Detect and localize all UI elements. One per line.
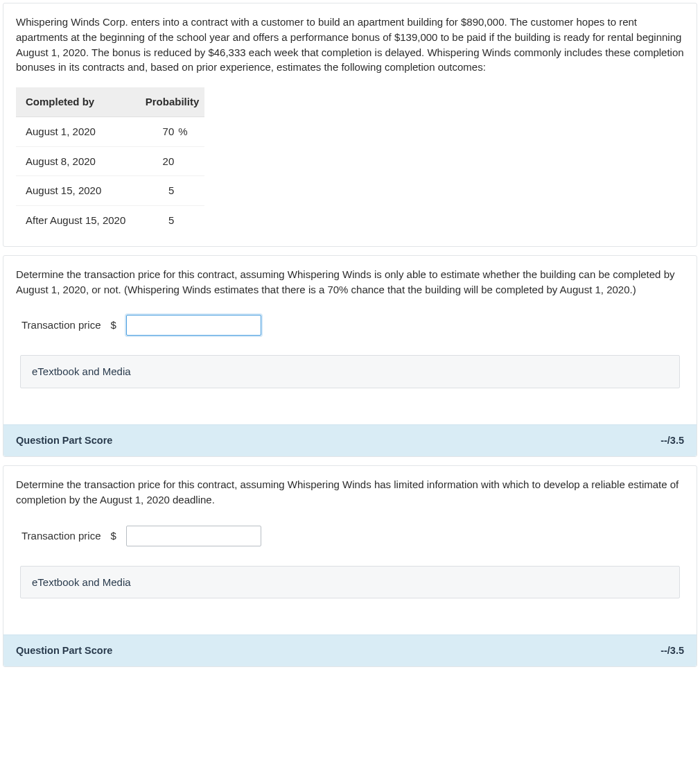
- etextbook-media-button[interactable]: eTextbook and Media: [20, 566, 680, 599]
- part1-prompt: Determine the transaction price for this…: [16, 267, 684, 313]
- table-row: August 15, 2020 5: [16, 176, 204, 206]
- score-bar: Question Part Score --/3.5: [3, 634, 697, 666]
- row-label: After August 15, 2020: [16, 206, 135, 235]
- part2-prompt: Determine the transaction price for this…: [16, 477, 684, 523]
- transaction-price-input-1[interactable]: [126, 315, 261, 336]
- row-label: August 1, 2020: [16, 116, 135, 146]
- score-bar: Question Part Score --/3.5: [3, 424, 697, 456]
- score-label: Question Part Score: [16, 433, 112, 448]
- score-value: --/3.5: [660, 433, 684, 448]
- etextbook-media-button[interactable]: eTextbook and Media: [20, 355, 680, 388]
- table-row: August 8, 2020 20: [16, 146, 204, 176]
- part1-input-label: Transaction price: [21, 318, 101, 333]
- table-row: August 1, 2020 70%: [16, 116, 204, 146]
- intro-text: Whispering Winds Corp. enters into a con…: [16, 15, 684, 75]
- probability-table: Completed by Probability August 1, 2020 …: [16, 87, 204, 235]
- part1-input-row: Transaction price $: [16, 312, 684, 355]
- currency-symbol: $: [111, 528, 116, 544]
- table-row: After August 15, 2020 5: [16, 206, 204, 235]
- row-value: 70%: [135, 116, 204, 146]
- question-part-1: Determine the transaction price for this…: [3, 255, 697, 457]
- score-value: --/3.5: [660, 644, 684, 658]
- part2-input-label: Transaction price: [21, 528, 101, 544]
- col-header-probability: Probability: [135, 87, 204, 116]
- row-label: August 8, 2020: [16, 146, 135, 176]
- currency-symbol: $: [111, 318, 116, 333]
- row-value: 5: [135, 176, 204, 206]
- transaction-price-input-2[interactable]: [126, 526, 261, 546]
- score-label: Question Part Score: [16, 644, 112, 658]
- part2-input-row: Transaction price $: [16, 523, 684, 566]
- row-label: August 15, 2020: [16, 176, 135, 206]
- row-value: 5: [135, 206, 204, 235]
- col-header-completed-by: Completed by: [16, 87, 135, 116]
- intro-card: Whispering Winds Corp. enters into a con…: [3, 3, 697, 247]
- question-part-2: Determine the transaction price for this…: [3, 465, 697, 667]
- row-value: 20: [135, 146, 204, 176]
